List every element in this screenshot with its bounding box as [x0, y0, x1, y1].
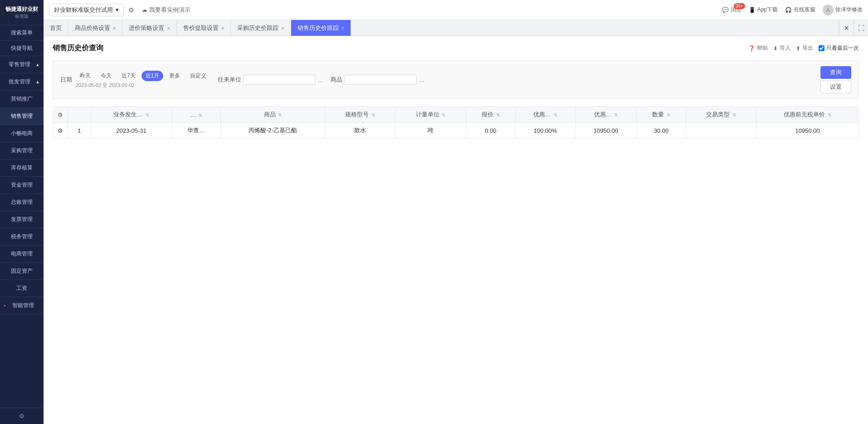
sidebar-item-fixed-assets[interactable]: 固定资产 — [0, 263, 44, 280]
tab-purchase-history[interactable]: 采购历史价跟踪 × — [231, 20, 291, 36]
app-logo-sub: 标准版 — [4, 13, 40, 19]
tab-price-extract-close[interactable]: × — [221, 25, 224, 31]
col-settings[interactable]: ⚙ — [53, 107, 68, 123]
topbar-msg[interactable]: 💬 消息 99+ — [722, 6, 741, 14]
sidebar-item-retail[interactable]: 零售管理 ▲ — [0, 56, 44, 73]
col-qty[interactable]: 数量 ⇅ — [637, 107, 686, 123]
sidebar-item-general-ledger[interactable]: 总账管理 — [0, 194, 44, 211]
last-only-checkbox[interactable] — [819, 45, 824, 51]
sidebar-item-tax[interactable]: 税务管理 — [0, 228, 44, 246]
tab-product-price[interactable]: 商品价格设置 × — [68, 20, 122, 36]
col-discount1[interactable]: 优惠… ⇅ — [515, 107, 575, 123]
sidebar-item-purchase[interactable]: 采购管理 — [0, 142, 44, 159]
dialog-expand-btn[interactable]: ⛶ — [853, 20, 868, 36]
date-btn-today[interactable]: 今天 — [97, 71, 116, 81]
tab-home-label: 首页 — [50, 24, 62, 32]
settings-button[interactable]: 设置 — [820, 81, 851, 93]
col-unit[interactable]: 计量单位 ⇅ — [395, 107, 466, 123]
tab-purchase-strategy[interactable]: 进价策略设置 × — [122, 20, 176, 36]
sidebar-item-retail-label: 零售管理 — [4, 61, 35, 68]
filter-product-input[interactable] — [344, 75, 417, 85]
col-discount2[interactable]: 优惠… ⇅ — [575, 107, 636, 123]
filter-actions: 查询 设置 — [820, 66, 851, 93]
message-icon: 💬 — [722, 7, 729, 13]
filter-supplier-more[interactable]: … — [317, 77, 323, 83]
date-btn-last7[interactable]: 近7天 — [117, 71, 140, 81]
tab-product-price-label: 商品价格设置 — [75, 24, 110, 32]
tab-price-extract[interactable]: 售价提取设置 × — [177, 20, 231, 36]
topbar-settings-icon[interactable]: ⚙ — [128, 6, 134, 14]
filter-product-more[interactable]: … — [419, 77, 424, 83]
settings-icon: ⚙ — [19, 413, 24, 419]
sidebar-item-purchase-label: 采购管理 — [4, 147, 40, 154]
row-num: 1 — [68, 123, 91, 139]
sidebar-item-ecommerce[interactable]: 电商管理 — [0, 246, 44, 263]
topbar-selector[interactable]: 好业财标准版交付试用 ▾ — [49, 4, 124, 16]
cloud-icon: ☁ — [141, 6, 147, 13]
sidebar-quicknav[interactable]: 快捷导航 — [0, 41, 44, 56]
row-price: 0.00 — [466, 123, 515, 139]
sidebar-settings[interactable]: ⚙ — [0, 408, 44, 424]
tab-sales-history-close[interactable]: × — [341, 25, 344, 31]
sidebar-item-smart[interactable]: 智能管理 — [0, 297, 44, 314]
topbar-user[interactable]: 人 徐泽华修改 — [823, 5, 863, 15]
sidebar-item-marketing[interactable]: 营销推广 — [0, 91, 44, 108]
col-product[interactable]: 商品 ⇅ — [221, 107, 325, 123]
headset-icon: 🎧 — [785, 7, 792, 13]
topbar: 好业财标准版交付试用 ▾ ⚙ ☁ 我要看实例演示 💬 消息 99+ 📱 App下… — [44, 0, 868, 20]
row-discount2: 10950.00 — [575, 123, 636, 139]
col-price[interactable]: 报价 ⇅ — [466, 107, 515, 123]
filter-area: 日期 昨天 今天 近7天 近1月 更多 自定义 2023-05-02 至 202… — [53, 60, 859, 99]
date-options: 昨天 今天 近7天 近1月 更多 自定义 — [76, 71, 210, 81]
query-button[interactable]: 查询 — [820, 66, 851, 79]
col-trans-type[interactable]: 交易类型 ⇅ — [686, 107, 756, 123]
sidebar-item-finance[interactable]: 资金管理 — [0, 177, 44, 194]
sidebar-item-wholesale-label: 批发管理 — [4, 78, 35, 86]
date-btn-custom[interactable]: 自定义 — [186, 71, 210, 81]
sidebar-item-retail-arrow: ▲ — [35, 62, 40, 67]
import-link[interactable]: ⬇ 导入 — [773, 44, 790, 52]
tab-price-extract-label: 售价提取设置 — [183, 24, 219, 32]
col-pretax-price[interactable]: 优惠前无税单价 ⇅ — [756, 107, 859, 123]
dialog-close-btn[interactable]: ✕ — [839, 20, 853, 36]
sidebar-item-sales-label: 销售管理 — [4, 112, 40, 120]
topbar-demo[interactable]: ☁ 我要看实例演示 — [141, 6, 190, 14]
row-settings[interactable]: ⚙ — [53, 123, 68, 139]
date-btn-yesterday[interactable]: 昨天 — [76, 71, 95, 81]
help-link[interactable]: ❓ 帮助 — [748, 44, 768, 52]
topbar-service[interactable]: 🎧 在线客服 — [785, 6, 815, 14]
sidebar-item-tax-label: 税务管理 — [4, 233, 40, 241]
sidebar-item-smart-label: 智能管理 — [7, 302, 40, 309]
tab-home[interactable]: 首页 — [44, 20, 68, 36]
last-only-checkbox-group[interactable]: 只看最后一次 — [819, 44, 859, 52]
sidebar-item-sales[interactable]: 销售管理 — [0, 108, 44, 125]
col-more[interactable]: … ⇅ — [172, 107, 221, 123]
filter-date-group: 日期 昨天 今天 近7天 近1月 更多 自定义 2023-05-02 至 202… — [60, 71, 210, 89]
filter-supplier-input[interactable] — [243, 75, 316, 85]
row-qty: 30.00 — [637, 123, 686, 139]
sidebar-search[interactable]: 搜索菜单 — [0, 25, 44, 41]
tab-sales-history[interactable]: 销售历史价跟踪 × — [291, 20, 351, 36]
tab-purchase-history-close[interactable]: × — [281, 25, 284, 31]
topbar-app[interactable]: 📱 App下载 — [749, 6, 778, 14]
row-unit: 吨 — [395, 123, 466, 139]
msg-badge: 99+ — [734, 3, 745, 9]
sidebar-item-ecommerce-small[interactable]: 小畅电商 — [0, 125, 44, 142]
sidebar-item-salary[interactable]: 工资 — [0, 280, 44, 297]
col-spec[interactable]: 规格型号 ⇅ — [325, 107, 395, 123]
table-body: ⚙ 1 2023-05-31 华查… 丙烯酸-2-乙基己酯 散水 吨 0.00 … — [53, 123, 859, 139]
topbar-demo-label: 我要看实例演示 — [149, 6, 190, 14]
import-label: 导入 — [780, 44, 790, 52]
export-link[interactable]: ⬆ 导出 — [796, 44, 813, 52]
col-date[interactable]: 业务发生… ⇅ — [91, 107, 172, 123]
sidebar-item-invoice[interactable]: 发票管理 — [0, 211, 44, 228]
sidebar-item-salary-label: 工资 — [4, 284, 40, 292]
date-btn-more[interactable]: 更多 — [165, 71, 184, 81]
filter-product-group: 商品 … — [331, 75, 424, 85]
tab-purchase-strategy-close[interactable]: × — [167, 25, 170, 31]
sidebar-item-wholesale[interactable]: 批发管理 ▲ — [0, 73, 44, 91]
sidebar-item-inventory[interactable]: 库存核算 — [0, 159, 44, 177]
tab-product-price-close[interactable]: × — [113, 25, 116, 31]
row-pretax-price: 10950.00 — [756, 123, 859, 139]
date-btn-last1m[interactable]: 近1月 — [141, 71, 164, 81]
